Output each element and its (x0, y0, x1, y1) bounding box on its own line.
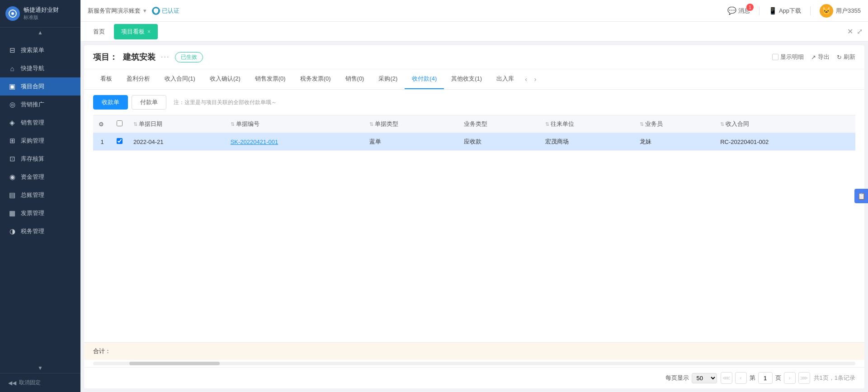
sub-nav-income-confirm[interactable]: 收入确认(2) (203, 69, 248, 89)
tab-home-label: 首页 (93, 28, 105, 36)
table-header-row: ⚙ 单据日期 单据编号 单据类型 业务类型 往来单位 业务员 收入合同 (93, 115, 855, 133)
payment-toggle-button[interactable]: 付款单 (132, 95, 166, 110)
sidebar-item-search[interactable]: ⊟ 搜索菜单 (0, 41, 80, 59)
sub-nav-purchase[interactable]: 采购(2) (371, 69, 405, 89)
app-download-label: App下载 (779, 7, 801, 15)
column-date[interactable]: 单据日期 (128, 115, 225, 133)
tab-home[interactable]: 首页 (86, 24, 112, 39)
sidebar-item-purchase[interactable]: ⊞ 采购管理 (0, 132, 80, 150)
divider2 (810, 6, 811, 15)
invoice-icon: ▦ (8, 209, 16, 217)
app-download-button[interactable]: 📱 App下载 (769, 7, 801, 15)
project-more-button[interactable]: ··· (161, 53, 170, 61)
last-page-button[interactable]: ⋙ (798, 372, 810, 384)
sub-nav-inout[interactable]: 出入库 (489, 69, 521, 89)
prev-page-button[interactable]: ‹ (735, 372, 747, 384)
column-number[interactable]: 单据编号 (225, 115, 364, 133)
horizontal-scrollbar-thumb[interactable] (129, 362, 220, 365)
user-avatar: 🐱 (820, 4, 833, 18)
export-icon: ↗ (811, 54, 816, 61)
float-action-panel[interactable]: 📋 (854, 189, 864, 203)
table-wrapper: ⚙ 单据日期 单据编号 单据类型 业务类型 往来单位 业务员 收入合同 (84, 115, 864, 342)
sidebar-item-label: 采购管理 (21, 137, 44, 145)
sidebar-item-label: 发票管理 (21, 209, 44, 217)
unpin-label: 取消固定 (19, 379, 41, 387)
sub-nav-receipt[interactable]: 收付款(4) (405, 69, 444, 89)
column-salesperson[interactable]: 业务员 (634, 115, 715, 133)
next-page-button[interactable]: › (784, 372, 796, 384)
sub-nav-board[interactable]: 看板 (93, 69, 119, 89)
sub-nav-profit[interactable]: 盈利分析 (119, 69, 157, 89)
row-checkbox[interactable] (117, 138, 123, 144)
sidebar-unpin[interactable]: ◀◀ 取消固定 (0, 373, 80, 392)
sidebar-item-funds[interactable]: ◉ 资金管理 (0, 168, 80, 186)
project-label-prefix: 项目： (93, 52, 118, 62)
column-type[interactable]: 单据类型 (364, 115, 458, 133)
select-all-checkbox[interactable] (117, 120, 123, 126)
table-row: 1 2022-04-21 SK-20220421-001 蓝单 应收款 宏茂商场 (93, 133, 855, 151)
column-counterpart[interactable]: 往来单位 (540, 115, 634, 133)
show-detail-checkbox[interactable] (772, 54, 778, 60)
sidebar-scroll-down[interactable]: ▼ (0, 363, 80, 373)
sidebar-scroll-up[interactable]: ▲ (0, 28, 80, 38)
cell-counterpart: 宏茂商场 (540, 133, 634, 151)
show-detail-toggle[interactable]: 显示明细 (772, 53, 804, 61)
sub-nav-income-contract[interactable]: 收入合同(1) (157, 69, 203, 89)
svg-point-1 (11, 12, 14, 15)
sub-nav-sales[interactable]: 销售(0) (338, 69, 372, 89)
column-settings[interactable]: ⚙ (93, 115, 111, 133)
sub-nav-other[interactable]: 其他收支(1) (444, 69, 489, 89)
sidebar-item-invoice[interactable]: ▦ 发票管理 (0, 204, 80, 222)
document-number-link[interactable]: SK-20220421-001 (231, 139, 278, 145)
sidebar-item-label: 快捷导航 (21, 64, 44, 72)
sidebar-item-quicknav[interactable]: ⌂ 快捷导航 (0, 59, 80, 77)
horizontal-scrollbar-track[interactable] (93, 362, 855, 365)
export-button[interactable]: ↗ 导出 (811, 53, 830, 61)
sidebar-item-ledger[interactable]: ▤ 总账管理 (0, 186, 80, 204)
pagination: 每页显示 20 50 100 ⋘ ‹ 第 页 › ⋙ 共1页，1条记录 (84, 367, 864, 388)
tab-close-icon[interactable]: × (147, 29, 151, 35)
sidebar-item-label: 总账管理 (21, 191, 44, 199)
page-content: 项目： 建筑安装 ··· 已生效 显示明细 ↗ 导出 ↻ 刷新 (84, 45, 864, 388)
message-button[interactable]: 💬 消息 1 (727, 6, 750, 15)
column-income-contract[interactable]: 收入合同 (715, 115, 855, 133)
maximize-window-btn[interactable]: ⤢ (857, 27, 863, 36)
sidebar-item-marketing[interactable]: ◎ 营销推广 (0, 96, 80, 114)
user-menu[interactable]: 🐱 用户3355 (820, 4, 861, 18)
close-window-btn[interactable]: ✕ (847, 27, 853, 36)
per-page-select[interactable]: 20 50 100 (692, 373, 717, 383)
message-icon: 💬 (727, 6, 736, 15)
topbar: 新服务官网演示账套 ▾ 已认证 💬 消息 1 📱 App下载 🐱 用户33 (80, 0, 868, 22)
quicknav-icon: ⌂ (8, 65, 16, 72)
sidebar-item-sales[interactable]: ◈ 销售管理 (0, 114, 80, 132)
page-number-input[interactable] (758, 372, 773, 384)
horizontal-scrollbar-area (84, 360, 864, 367)
search-menu-icon: ⊟ (8, 46, 16, 54)
content-area: 收款单 付款单 注：这里是与项目关联的全部收付款单哦～ ⚙ 单据日期 单据编号 (84, 90, 864, 388)
sidebar-item-inventory[interactable]: ⊡ 库存核算 (0, 150, 80, 168)
refresh-label: 刷新 (844, 53, 855, 61)
page-suffix: 页 (775, 374, 781, 382)
sub-nav-prev[interactable]: ‹ (521, 70, 531, 88)
receipt-toggle-button[interactable]: 收款单 (93, 95, 128, 110)
sub-nav-next[interactable]: › (531, 70, 540, 88)
sub-nav-sales-invoice[interactable]: 销售发票(0) (248, 69, 293, 89)
sidebar-item-label: 搜索菜单 (21, 46, 44, 54)
tabs-actions: ✕ ⤢ (847, 27, 863, 36)
sidebar-item-project[interactable]: ▣ 项目合同 (0, 77, 80, 96)
receipts-table: ⚙ 单据日期 单据编号 单据类型 业务类型 往来单位 业务员 收入合同 (93, 115, 855, 151)
mobile-icon: 📱 (769, 7, 777, 15)
sidebar-item-tax[interactable]: ◑ 税务管理 (0, 222, 80, 240)
project-actions: 显示明细 ↗ 导出 ↻ 刷新 (772, 53, 855, 61)
inventory-icon: ⊡ (8, 155, 16, 163)
cell-number[interactable]: SK-20220421-001 (225, 133, 364, 151)
row-checkbox-cell[interactable] (111, 133, 128, 151)
sub-nav-tax-invoice[interactable]: 税务发票(0) (293, 69, 338, 89)
sidebar-nav: ⊟ 搜索菜单 ⌂ 快捷导航 ▣ 项目合同 ◎ 营销推广 ◈ 销售管理 ⊞ 采购管… (0, 38, 80, 363)
cell-income-contract: RC-20220401-002 (715, 133, 855, 151)
tab-project-board[interactable]: 项目看板 × (114, 24, 158, 39)
first-page-button[interactable]: ⋘ (721, 372, 732, 384)
refresh-button[interactable]: ↻ 刷新 (837, 53, 855, 61)
cell-date: 2022-04-21 (128, 133, 225, 151)
demo-account-selector[interactable]: 新服务官网演示账套 ▾ (88, 7, 146, 15)
